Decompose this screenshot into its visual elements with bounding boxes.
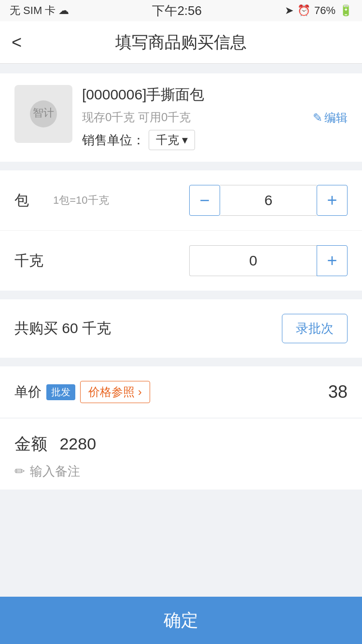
unit-label: 销售单位： — [82, 132, 145, 149]
product-name: [0000006]手撕面包 — [82, 85, 348, 105]
spacer — [0, 490, 362, 586]
amount-row: 金额 2280 — [14, 433, 348, 455]
bag-quantity-row: 包 1包=10千克 − + — [0, 170, 362, 231]
bag-quantity-input[interactable] — [220, 185, 317, 216]
kg-quantity-input[interactable] — [189, 245, 317, 276]
nav-bar: < 填写商品购买信息 — [0, 21, 362, 64]
status-left: 无 SIM 卡 ☁ — [10, 3, 69, 18]
svg-text:智计: 智计 — [33, 107, 54, 119]
bag-quantity-controls: − + — [189, 185, 348, 216]
price-section: 单价 批发 价格参照 › 38 — [0, 366, 362, 418]
edit-icon: ✎ — [313, 111, 322, 125]
product-card: 智计 [0000006]手撕面包 现存0千克 可用0千克 销售单位： 千克 ▾ … — [0, 73, 362, 162]
product-logo-icon: 智计 — [29, 99, 58, 128]
note-placeholder: 输入备注 — [30, 463, 80, 480]
price-ref-button[interactable]: 价格参照 › — [80, 381, 150, 403]
sim-label: 无 SIM 卡 ☁ — [10, 3, 69, 18]
unit-value: 千克 — [156, 132, 179, 148]
status-time: 下午2:56 — [152, 2, 202, 19]
total-row: 共购买 60 千克 录批次 — [0, 299, 362, 358]
unit-chevron-icon: ▾ — [182, 133, 188, 147]
status-right: ➤ ⏰ 76% 🔋 — [285, 4, 352, 17]
battery-label: 76% — [314, 4, 335, 17]
confirm-bar[interactable]: 确定 — [0, 597, 362, 644]
product-stock: 现存0千克 可用0千克 — [82, 110, 348, 125]
bag-minus-button[interactable]: − — [189, 185, 220, 216]
kg-plus-button[interactable]: + — [317, 245, 348, 276]
bag-hint: 1包=10千克 — [53, 193, 189, 208]
amount-value: 2280 — [59, 434, 96, 453]
price-value: 38 — [328, 382, 348, 402]
status-bar: 无 SIM 卡 ☁ 下午2:56 ➤ ⏰ 76% 🔋 — [0, 0, 362, 21]
amount-section: 金额 2280 ✏ 输入备注 — [0, 419, 362, 490]
bag-label: 包 — [14, 191, 53, 210]
batch-button[interactable]: 录批次 — [282, 314, 348, 343]
confirm-button[interactable]: 确定 — [164, 609, 198, 632]
product-image: 智计 — [14, 85, 72, 143]
pencil-icon: ✏ — [14, 464, 25, 479]
bag-plus-button[interactable]: + — [317, 185, 348, 216]
quantity-section: 包 1包=10千克 − + 千克 + — [0, 170, 362, 291]
page-title: 填写商品购买信息 — [115, 31, 247, 54]
back-button[interactable]: < — [12, 32, 22, 53]
product-info: [0000006]手撕面包 现存0千克 可用0千克 销售单位： 千克 ▾ — [82, 85, 348, 150]
total-text: 共购买 60 千克 — [14, 319, 111, 338]
unit-selector[interactable]: 千克 ▾ — [149, 130, 195, 150]
kg-label: 千克 — [14, 251, 189, 271]
location-icon: ➤ — [285, 4, 293, 17]
price-label: 单价 — [14, 383, 42, 401]
kg-quantity-row: 千克 + — [0, 231, 362, 291]
alarm-icon: ⏰ — [297, 4, 310, 17]
edit-label: 编辑 — [324, 110, 348, 126]
batch-tag: 批发 — [46, 384, 75, 400]
edit-button[interactable]: ✎ 编辑 — [313, 110, 348, 126]
product-unit-row: 销售单位： 千克 ▾ — [82, 130, 348, 150]
amount-label: 金额 — [14, 434, 47, 453]
price-label-group: 单价 批发 价格参照 › — [14, 381, 150, 403]
kg-quantity-controls: + — [189, 245, 348, 276]
note-row[interactable]: ✏ 输入备注 — [14, 463, 348, 480]
battery-icon: 🔋 — [339, 4, 352, 17]
